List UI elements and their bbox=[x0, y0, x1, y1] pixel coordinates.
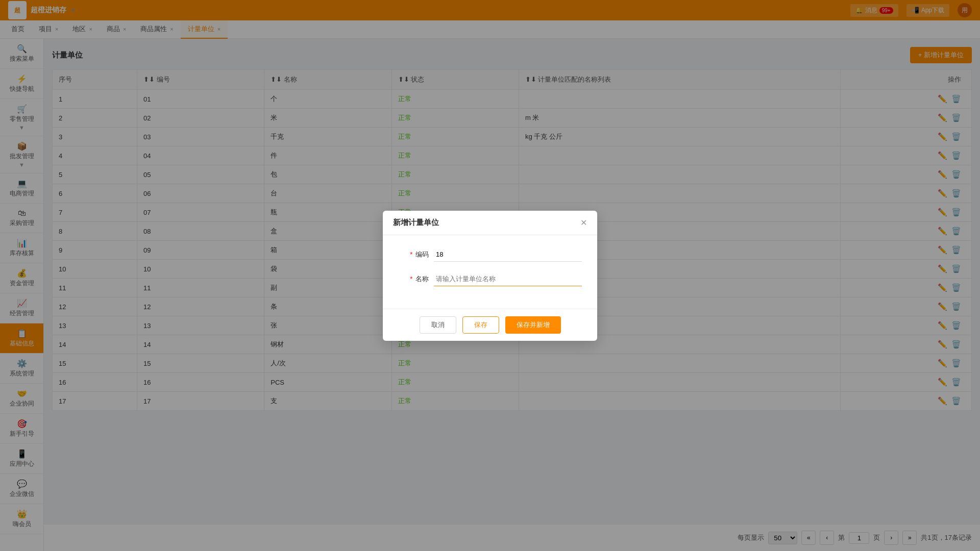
code-required-mark: * bbox=[410, 251, 412, 258]
modal-body: * 编码 * 名称 bbox=[383, 235, 597, 309]
modal-header: 新增计量单位 ✕ bbox=[383, 211, 597, 235]
modal-close-button[interactable]: ✕ bbox=[580, 218, 587, 228]
cancel-button[interactable]: 取消 bbox=[420, 316, 456, 334]
save-button[interactable]: 保存 bbox=[462, 316, 499, 334]
code-label: * 编码 bbox=[398, 250, 429, 259]
name-input[interactable] bbox=[434, 272, 582, 286]
modal-overlay[interactable]: 新增计量单位 ✕ * 编码 * 名称 取消 保存 保存并新增 bbox=[0, 0, 980, 551]
name-required-mark: * bbox=[410, 275, 412, 283]
form-row-code: * 编码 bbox=[398, 247, 582, 262]
modal-footer: 取消 保存 保存并新增 bbox=[383, 309, 597, 341]
save-new-button[interactable]: 保存并新增 bbox=[505, 316, 561, 334]
add-unit-modal: 新增计量单位 ✕ * 编码 * 名称 取消 保存 保存并新增 bbox=[383, 211, 597, 341]
name-label: * 名称 bbox=[398, 274, 429, 284]
code-input[interactable] bbox=[434, 247, 582, 262]
form-row-name: * 名称 bbox=[398, 272, 582, 286]
modal-title: 新增计量单位 bbox=[393, 218, 439, 228]
